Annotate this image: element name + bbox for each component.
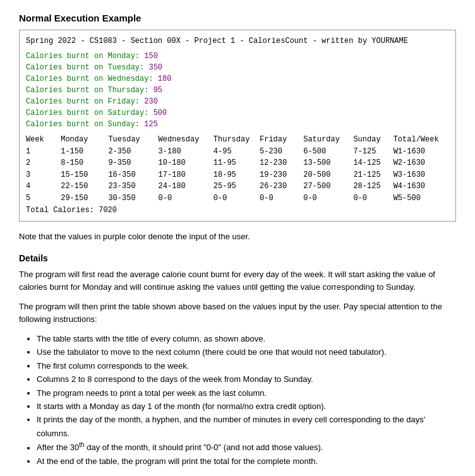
paragraph-1: The program will first read the average …: [19, 268, 456, 294]
calories-line-3: Calories burnt on Wednesday: 180: [26, 73, 449, 85]
table-row: 1 1-150 2-350 3-180 4-95 5-230 6-500 7-1…: [26, 146, 449, 158]
table-header-row: Week Monday Tuesday Wednesday Thursday F…: [26, 134, 449, 146]
table-row: 4 22-150 23-350 24-180 25-95 26-230 27-5…: [26, 181, 449, 193]
bullet-3: The first column corresponds to the week…: [37, 359, 456, 372]
output-table: Week Monday Tuesday Wednesday Thursday F…: [26, 134, 449, 216]
bullet-5: The program needs to print a total per w…: [37, 386, 456, 400]
page-title: Normal Execution Example: [19, 13, 456, 23]
terminal-header: Spring 2022 - CS1083 - Section 00X - Pro…: [26, 35, 449, 47]
paragraph-2: The program will then print the table sh…: [19, 300, 456, 326]
bullet-6: It starts with a Monday as day 1 of the …: [37, 400, 456, 413]
calories-lines: Calories burnt on Monday: 150 Calories b…: [26, 51, 449, 130]
bullet-9: At the end of the table, the program wil…: [37, 455, 456, 468]
calories-line-2: Calories burnt on Tuesday: 350: [26, 62, 449, 73]
table-row: 3 15-150 16-350 17-180 18-95 19-230 20-5…: [26, 169, 449, 181]
table-row: 2 8-150 9-350 10-180 11-95 12-230 13-500…: [26, 157, 449, 169]
bullet-4: Columns 2 to 8 correspond to the days of…: [37, 372, 456, 386]
total-calories-line: Total Calories: 7020: [26, 205, 449, 217]
note-text: Note that the values in purple color den…: [19, 230, 456, 243]
bullet-2: Use the tabulator to move to the next co…: [37, 345, 456, 359]
bullet-1: The table starts with the title of every…: [37, 332, 456, 345]
calories-line-4: Calories burnt on Thursday: 95: [26, 85, 449, 96]
calories-line-6: Calories burnt on Saturday: 500: [26, 107, 449, 119]
details-heading: Details: [19, 253, 456, 263]
table-row: 5 29-150 30-350 0-0 0-0 0-0 0-0 0-0 W5-5…: [26, 193, 449, 205]
bullet-8: After the 30th day of the month, it shou…: [37, 440, 456, 455]
calories-line-7: Calories burnt on Sunday: 125: [26, 119, 449, 130]
bullet-list: The table starts with the title of every…: [19, 332, 456, 468]
calories-line-5: Calories burnt on Friday: 230: [26, 96, 449, 107]
terminal-box: Spring 2022 - CS1083 - Section 00X - Pro…: [19, 30, 456, 222]
calories-line-1: Calories burnt on Monday: 150: [26, 51, 449, 62]
bullet-7: It prints the day of the month, a hyphen…: [37, 413, 456, 440]
